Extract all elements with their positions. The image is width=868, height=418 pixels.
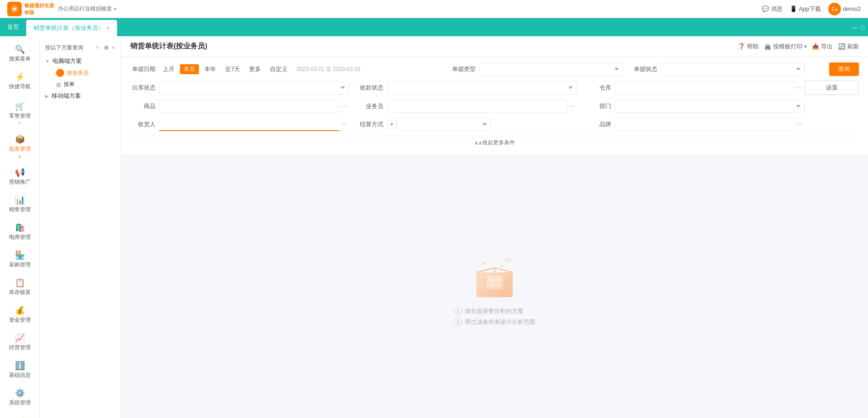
- svg-point-2: [482, 262, 485, 265]
- date-tab-more[interactable]: 更多: [245, 64, 264, 74]
- warehouse-dots-button[interactable]: ···: [795, 84, 805, 92]
- tree-arrow-icon: ▼: [45, 59, 50, 64]
- warehouse-label: 仓库: [586, 84, 611, 92]
- selected-badge: [56, 69, 64, 77]
- logo-icon: [7, 2, 22, 16]
- sidebar-item-enterprise[interactable]: 🤝 企业协同: [0, 411, 39, 418]
- collapse-bar[interactable]: ∧∧ 收起更多条件: [130, 136, 859, 149]
- filter-row-3: 商品 ··· 业务员 ··· 部门: [130, 100, 859, 113]
- goods-input[interactable]: [159, 100, 340, 113]
- chevron-up-icon: ▴: [19, 154, 21, 158]
- sidebar-item-retail-mgmt[interactable]: 🛒 零售管理 ▾: [0, 97, 39, 130]
- settlement-clear-button[interactable]: ×: [387, 120, 396, 128]
- order-type-select[interactable]: [479, 62, 623, 76]
- filter-order-type-field: 单据类型: [450, 62, 623, 76]
- sidebar-item-quick-nav[interactable]: ⚡ 快捷导航: [0, 67, 39, 95]
- payment-select[interactable]: [387, 81, 577, 95]
- sidebar-item-label: 营销推广: [9, 178, 31, 186]
- sidebar-item-finance[interactable]: 💰 资金管理: [0, 301, 39, 328]
- minimize-icon[interactable]: —: [851, 24, 857, 31]
- filter-payment-field: 收款状态: [358, 81, 577, 95]
- sidebar-item-basic-info[interactable]: ℹ️ 基础信息: [0, 356, 39, 384]
- left-panel-header: 按以下方案查询 ＋ ◉ «: [40, 40, 121, 55]
- order-status-select[interactable]: [661, 62, 805, 76]
- message-button[interactable]: 💬 消息: [762, 5, 783, 13]
- outbound-select[interactable]: [159, 81, 349, 95]
- date-tab-this-month[interactable]: 本月: [180, 64, 199, 74]
- date-tab-this-year[interactable]: 本年: [201, 64, 220, 74]
- date-tab-last-month[interactable]: 上月: [159, 64, 178, 74]
- content-area: 按以下方案查询 ＋ ◉ « ▼ 电脑端方案 按业务员 ▦ 按单: [40, 36, 868, 418]
- user-menu[interactable]: Ea demo2: [828, 3, 861, 15]
- filter-row-4: 收货人 ··· 结算方式 ×: [130, 118, 859, 131]
- maximize-icon[interactable]: □: [861, 24, 864, 31]
- sales-icon: 📊: [15, 195, 25, 205]
- refresh-button[interactable]: 🔄 刷新: [838, 43, 859, 51]
- order-type-label: 单据类型: [450, 65, 476, 73]
- filter-row-2: 出库状态 收款状态 仓库: [130, 81, 859, 95]
- logo-area: 畅捷通好生意 标版: [7, 2, 54, 16]
- sidebar-item-system[interactable]: ⚙️ 系统管理: [0, 384, 39, 411]
- sidebar-item-ecommerce[interactable]: 🛍️ 电商管理: [0, 218, 39, 246]
- goods-dots-button[interactable]: ···: [340, 102, 349, 110]
- brand-input[interactable]: [615, 118, 795, 131]
- home-tab-label: 首页: [7, 23, 19, 31]
- dept-select[interactable]: [615, 100, 805, 113]
- tree-item-by-salesperson[interactable]: 按业务员: [51, 67, 121, 79]
- date-label: 单据日期: [130, 65, 156, 73]
- receiver-dots-button[interactable]: ···: [340, 120, 349, 128]
- svg-point-7: [496, 278, 500, 282]
- app-download-button[interactable]: 📱 App下载: [790, 5, 821, 13]
- sidebar-item-label: 资金管理: [9, 316, 31, 324]
- svg-point-6: [489, 278, 493, 282]
- sidebar-item-wholesale-mgmt[interactable]: 📦 批发管理 ▴: [0, 130, 39, 163]
- help-button[interactable]: ❓ 帮助: [738, 43, 759, 51]
- brand-dots-button[interactable]: ···: [795, 120, 805, 128]
- query-button[interactable]: 查询: [829, 62, 859, 76]
- settlement-select[interactable]: [396, 118, 491, 131]
- tab-salesorder-stats[interactable]: 销货单统计表（按业务员） ×: [26, 20, 117, 36]
- sidebar: 🔍 搜索菜单 ⚡ 快捷导航 🛒 零售管理 ▾ 📦 批发管理 ▴ 📢 营销推广 📊…: [0, 36, 40, 418]
- tip-text-1: 请先选择要分析的方案: [465, 307, 524, 315]
- sidebar-item-purchase-mgmt[interactable]: 🏪 采购管理: [0, 246, 39, 273]
- export-button[interactable]: 📤 导出: [812, 43, 833, 51]
- add-scheme-button[interactable]: ＋: [94, 43, 101, 52]
- empty-illustration: [467, 247, 522, 302]
- print-button[interactable]: 🖨️ 按模板打印 ▾: [764, 43, 807, 51]
- purchase-icon: 🏪: [15, 250, 25, 260]
- salesperson-dots-button[interactable]: ···: [567, 102, 577, 110]
- help-icon: ❓: [738, 43, 745, 50]
- sidebar-item-sales-mgmt[interactable]: 📊 销售管理: [0, 190, 39, 218]
- salesperson-input[interactable]: [387, 100, 567, 113]
- basic-info-icon: ℹ️: [15, 361, 25, 370]
- filter-outbound-field: 出库状态: [130, 81, 349, 95]
- receiver-input[interactable]: [159, 118, 340, 131]
- quick-nav-icon: ⚡: [15, 72, 25, 82]
- date-tab-custom[interactable]: 自定义: [266, 64, 291, 74]
- tree-item-by-order[interactable]: ▦ 按单: [51, 79, 121, 90]
- tree-item-label: 按单: [64, 81, 75, 88]
- page-title: 销货单统计表(按业务员): [130, 42, 208, 51]
- operations-icon: 📈: [15, 333, 25, 343]
- tree-item-mobile[interactable]: ▶ 移动端方案: [40, 90, 121, 102]
- tab-home[interactable]: 首页: [0, 18, 26, 36]
- date-tab-7days[interactable]: 近7天: [222, 64, 244, 74]
- search-menu-icon: 🔍: [15, 44, 25, 54]
- left-panel-icons: ＋ ◉ «: [94, 43, 115, 52]
- sidebar-item-operations[interactable]: 📈 经营管理: [0, 328, 39, 356]
- tree-item-label: 移动端方案: [52, 92, 81, 100]
- sidebar-item-inventory[interactable]: 📋 库存核算: [0, 273, 39, 301]
- sidebar-item-search-menu[interactable]: 🔍 搜索菜单: [0, 40, 39, 67]
- empty-tips: 1 请先选择要分析的方案 2 用过滤条件来缩小分析范围: [454, 307, 535, 326]
- sidebar-item-marketing[interactable]: 📢 营销推广: [0, 163, 39, 190]
- salesperson-label: 业务员: [358, 102, 383, 110]
- dept-label: 部门: [586, 102, 611, 110]
- scheme-settings-button[interactable]: ◉: [104, 43, 109, 52]
- collapse-panel-button[interactable]: «: [112, 43, 115, 52]
- tip-num-1: 1: [454, 307, 462, 315]
- tabbar-expand-controls: — □: [851, 24, 864, 31]
- settings-button[interactable]: 设置: [805, 81, 859, 95]
- warehouse-input[interactable]: [615, 81, 795, 95]
- tree-item-desktop[interactable]: ▼ 电脑端方案: [40, 55, 121, 67]
- tab-close-button[interactable]: ×: [107, 25, 110, 31]
